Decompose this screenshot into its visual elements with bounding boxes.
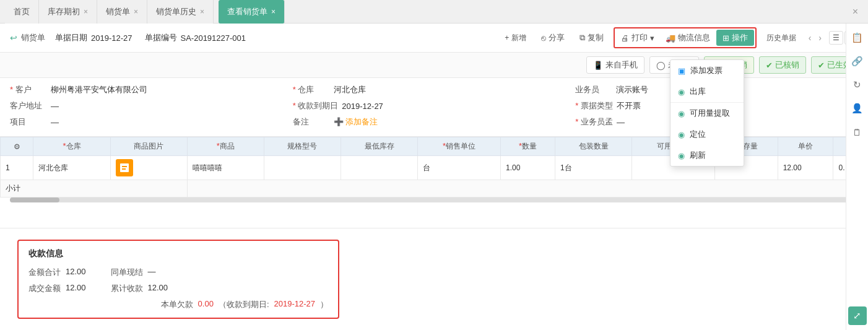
- doc-number-label: 单据编号: [145, 32, 177, 43]
- panel-icon-clipboard[interactable]: 📋: [848, 28, 867, 47]
- right-panel: 📋 🔗 ↻ 👤 🗒 ⤢: [846, 24, 868, 330]
- address-value: —: [51, 102, 59, 111]
- panel-icon-note[interactable]: 🗒: [848, 123, 867, 141]
- row-spec: [264, 156, 341, 180]
- dropdown-refresh-label: 刷新: [690, 150, 706, 161]
- row-unit: 台: [418, 156, 501, 180]
- doc-number-value: SA-20191227-001: [181, 33, 246, 43]
- tab-view-sales-close[interactable]: ×: [271, 7, 276, 16]
- operate-icon: ⊞: [723, 33, 729, 43]
- print-icon: 🖨: [621, 33, 629, 43]
- tab-history[interactable]: 销货单历史 ×: [147, 0, 214, 24]
- customer-value: 柳州粤港平安气体有限公司: [51, 84, 147, 95]
- tab-sales[interactable]: 销货单 ×: [97, 0, 147, 24]
- col-spec: 规格型号: [264, 137, 341, 156]
- locate-icon: ◉: [678, 130, 685, 139]
- tab-inventory[interactable]: 库存期初 ×: [39, 0, 97, 24]
- row-min-stock: [341, 156, 418, 180]
- tab-home[interactable]: 首页: [5, 0, 39, 24]
- col-settings[interactable]: ⚙: [1, 137, 33, 156]
- tab-view-sales-label: 查看销货单: [227, 6, 267, 17]
- dropdown-outbound[interactable]: ◉ 出库: [671, 81, 744, 102]
- total-amount-label: 金额合计: [28, 267, 61, 278]
- col-qty: *数量: [500, 137, 555, 156]
- logistics-button[interactable]: 🚚 物流信息: [661, 30, 715, 46]
- same-order-settle-value: —: [148, 267, 156, 278]
- operate-button[interactable]: ⊞ 操作: [716, 30, 754, 46]
- tab-sales-close[interactable]: ×: [134, 7, 138, 16]
- outbound-icon: ◉: [678, 87, 685, 97]
- tab-history-close[interactable]: ×: [200, 7, 204, 16]
- dropdown-add-invoice-label: 添加发票: [690, 65, 723, 76]
- remark-label: 备注: [293, 116, 330, 128]
- panel-icon-user[interactable]: 👤: [848, 99, 867, 118]
- tab-inventory-close[interactable]: ×: [84, 7, 88, 16]
- info-row-3: 本单欠款 0.00 （收款到期日: 2019-12-27 ）: [28, 299, 328, 310]
- doc-info: 单据日期 2019-12-27 单据编号 SA-20191227-001: [55, 32, 246, 43]
- scroll-thumb[interactable]: [10, 198, 59, 202]
- row-warehouse: 河北仓库: [33, 156, 110, 180]
- dropdown-locate[interactable]: ◉ 定位: [671, 124, 744, 145]
- dropdown-locate-label: 定位: [690, 129, 706, 140]
- print-operate-group: 🖨 打印 ▾ 🚚 物流信息 ⊞ 操作: [614, 27, 757, 48]
- row-image: [110, 156, 187, 180]
- add-invoice-icon: ▣: [678, 66, 685, 76]
- from-phone-button[interactable]: 📱 来自手机: [586, 56, 644, 74]
- warehouse-value: 河北仓库: [334, 84, 366, 95]
- col-product: *商品: [187, 137, 264, 156]
- total-amount-value: 12.00: [66, 267, 86, 278]
- tab-history-label: 销货单历史: [156, 6, 196, 17]
- project-field: 项目 —: [10, 116, 293, 128]
- total-received-label: 累计收款: [111, 283, 143, 294]
- deal-amount-item: 成交金额 12.00: [28, 283, 86, 294]
- panel-icon-link[interactable]: 🔗: [848, 52, 867, 71]
- logistics-icon: 🚚: [666, 33, 675, 43]
- tab-home-label: 首页: [14, 6, 30, 17]
- dropdown-add-invoice[interactable]: ▣ 添加发票: [671, 60, 744, 81]
- row-price: 12.00: [778, 156, 833, 180]
- same-order-settle-item: 同单现结 —: [111, 267, 156, 278]
- col-min-stock: 最低库存: [341, 137, 418, 156]
- payment-info-box: 收款信息 金额合计 12.00 同单现结 — 成交金额 12.00 累计收款: [17, 240, 339, 319]
- phone-icon: 📱: [593, 61, 603, 70]
- col-pack-qty: 包装数量: [555, 137, 631, 156]
- svg-rect-1: [122, 166, 127, 167]
- doc-date-label: 单据日期: [55, 32, 87, 43]
- effect-icon: ✔: [818, 61, 825, 70]
- next-button[interactable]: ›: [816, 32, 824, 44]
- doc-header: ↩ 销货单 单据日期 2019-12-27 单据编号 SA-20191227-0…: [0, 24, 868, 53]
- share-button[interactable]: ⎋ 分享: [536, 30, 570, 46]
- list-view-icon[interactable]: ☰: [829, 31, 843, 45]
- subtotal-row: 小计: [1, 180, 868, 198]
- new-button[interactable]: + 新增: [500, 30, 531, 46]
- due-date-label: 收款到期日: [293, 100, 339, 111]
- warehouse-label: 仓库: [293, 84, 330, 95]
- refresh-icon: ◉: [678, 151, 685, 160]
- horizontal-scrollbar[interactable]: [10, 198, 858, 202]
- panel-icon-expand[interactable]: ⤢: [848, 306, 867, 325]
- tab-view-sales[interactable]: 查看销货单 ×: [219, 0, 285, 24]
- staff-label: 业务员: [575, 84, 612, 95]
- customer-field: 客户 柳州粤港平安气体有限公司: [10, 84, 293, 95]
- row-pack-qty: 1台: [555, 156, 631, 180]
- window-close-button[interactable]: ×: [848, 6, 863, 17]
- history-button[interactable]: 历史单据: [762, 30, 801, 46]
- available-extract-icon: ◉: [678, 109, 685, 118]
- add-remark-button[interactable]: ➕ 添加备注: [334, 116, 378, 128]
- prev-button[interactable]: ‹: [806, 32, 814, 44]
- print-button[interactable]: 🖨 打印 ▾: [616, 30, 659, 46]
- dropdown-refresh[interactable]: ◉ 刷新: [671, 145, 744, 166]
- subtotal-label: 小计: [1, 180, 188, 198]
- sold-button[interactable]: ✔ 已核销: [759, 56, 806, 74]
- customer-label: 客户: [10, 84, 47, 95]
- copy-button[interactable]: ⧉ 复制: [575, 30, 609, 46]
- panel-icon-refresh[interactable]: ↻: [848, 76, 867, 94]
- dropdown-available-extract[interactable]: ◉ 可用量提取: [671, 103, 744, 124]
- deal-amount-value: 12.00: [66, 283, 86, 294]
- remark-field: 备注 ➕ 添加备注: [293, 116, 576, 128]
- deal-amount-label: 成交金额: [28, 283, 61, 294]
- tab-sales-label: 销货单: [106, 6, 130, 17]
- doc-date-field: 单据日期 2019-12-27: [55, 32, 132, 43]
- outstanding-suffix-end: ）: [320, 299, 328, 310]
- outstanding-value: 0.00: [198, 299, 214, 310]
